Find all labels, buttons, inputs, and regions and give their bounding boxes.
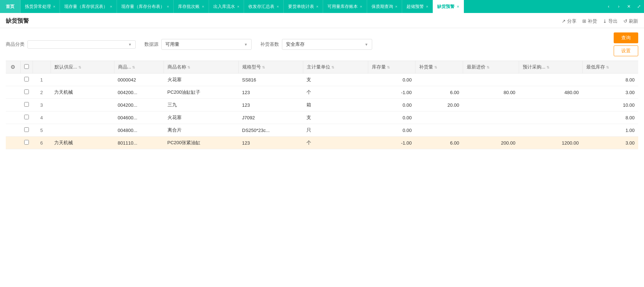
row-seq-2: 3 bbox=[32, 99, 51, 111]
row-cb-4[interactable] bbox=[24, 127, 29, 132]
maximize-btn[interactable]: ⤢ bbox=[634, 0, 644, 13]
replenish-base-value: 安全库存 bbox=[286, 41, 305, 48]
tab-available-ledger[interactable]: 可用量库存账本 × bbox=[323, 0, 367, 13]
row-cb-2[interactable] bbox=[24, 102, 29, 107]
th-spec: 规格型号 ⇅ bbox=[239, 61, 303, 74]
row-stock-4: 0.00 bbox=[368, 124, 415, 137]
refresh-button[interactable]: ↺ 刷新 bbox=[623, 18, 638, 25]
query-button[interactable]: 查询 bbox=[614, 32, 638, 43]
row-est-purchase-3 bbox=[519, 111, 583, 124]
tab-picking-exception[interactable]: 拣货异常处理 × bbox=[21, 0, 60, 13]
table-row: 6 力天机械 801110... PC200张紧油缸 123 个 -1.00 6… bbox=[6, 137, 638, 149]
spec-sort-icon: ⇅ bbox=[262, 65, 265, 69]
row-settings-5 bbox=[6, 137, 20, 149]
table-header-row: ⚙ 默认供应... ⇅ 商品... bbox=[6, 61, 638, 74]
close-tab-4[interactable]: × bbox=[202, 4, 204, 9]
tab-expiry-query[interactable]: 保质期查询 × bbox=[367, 0, 402, 13]
row-min-stock-5: 3.00 bbox=[582, 137, 638, 149]
close-all-tabs[interactable]: ✕ bbox=[624, 0, 634, 13]
close-tab-7[interactable]: × bbox=[316, 4, 318, 9]
close-tab-6[interactable]: × bbox=[277, 4, 279, 9]
tab-inout-flow[interactable]: 出入库流水 × bbox=[209, 0, 244, 13]
datasource-label: 数据源 bbox=[144, 41, 158, 48]
row-supplier-4 bbox=[51, 124, 114, 137]
row-spec-1: 123 bbox=[239, 86, 303, 99]
row-checkbox-5 bbox=[20, 137, 32, 149]
close-tab-3[interactable]: × bbox=[167, 4, 169, 9]
th-stock: 库存量 ⇅ bbox=[368, 61, 415, 74]
row-cb-1[interactable] bbox=[24, 89, 29, 94]
header-actions: ↗ 分享 ⊞ 补货 ⤓ 导出 ↺ 刷新 bbox=[562, 18, 638, 25]
nav-prev-arrow[interactable]: ‹ bbox=[604, 0, 614, 13]
th-code: 商品... ⇅ bbox=[114, 61, 164, 74]
row-supplier-5: 力天机械 bbox=[51, 137, 114, 149]
unit-sort-icon: ⇅ bbox=[331, 65, 334, 69]
row-cb-0[interactable] bbox=[24, 77, 29, 81]
row-name-1: PC200油缸缸子 bbox=[164, 86, 239, 99]
category-arrow-icon: ▼ bbox=[128, 43, 132, 47]
row-code-5: 801110... bbox=[114, 137, 164, 149]
column-settings-icon[interactable]: ⚙ bbox=[10, 64, 15, 70]
tab-batch-account[interactable]: 库存批次账 × bbox=[174, 0, 209, 13]
row-settings-3 bbox=[6, 111, 20, 124]
tab-inventory-status[interactable]: 现存量（库存状况表） × bbox=[60, 0, 117, 13]
shortage-table: ⚙ 默认供应... ⇅ 商品... bbox=[6, 61, 638, 149]
category-label: 商品分类 bbox=[6, 41, 25, 48]
nav-next-arrow[interactable]: › bbox=[614, 0, 624, 13]
datasource-value: 可用量 bbox=[165, 41, 179, 48]
export-button[interactable]: ⤓ 导出 bbox=[603, 18, 618, 25]
row-latest-price-2 bbox=[463, 99, 519, 111]
nav-arrows-container: ‹ › ✕ ⤢ bbox=[604, 0, 644, 13]
category-filter-group: 商品分类 ▼ bbox=[6, 40, 136, 49]
replenish-icon: ⊞ bbox=[582, 18, 586, 24]
tab-overstock-warning[interactable]: 超储预警 × bbox=[402, 0, 433, 13]
row-code-3: 004600... bbox=[114, 111, 164, 124]
settings-button[interactable]: 设置 bbox=[614, 45, 638, 56]
row-name-4: 离合片 bbox=[164, 124, 239, 137]
row-code-4: 004800... bbox=[114, 124, 164, 137]
row-seq-3: 4 bbox=[32, 111, 51, 124]
close-tab-1[interactable]: × bbox=[53, 4, 55, 9]
th-seq bbox=[32, 61, 51, 74]
row-settings-1 bbox=[6, 86, 20, 99]
row-checkbox-2 bbox=[20, 99, 32, 111]
row-checkbox-4 bbox=[20, 124, 32, 137]
row-checkbox-0 bbox=[20, 74, 32, 86]
replenish-button[interactable]: ⊞ 补货 bbox=[582, 18, 597, 25]
share-button[interactable]: ↗ 分享 bbox=[562, 18, 576, 25]
row-cb-3[interactable] bbox=[24, 115, 29, 119]
row-replenish-2: 20.00 bbox=[415, 99, 463, 111]
close-tab-9[interactable]: × bbox=[395, 4, 397, 9]
est-purchase-sort-icon: ⇅ bbox=[547, 65, 549, 69]
table-row: 2 力天机械 004200... PC200油缸缸子 123 个 -1.00 6… bbox=[6, 86, 638, 99]
select-all-checkbox[interactable] bbox=[24, 64, 29, 69]
category-select[interactable]: ▼ bbox=[27, 40, 136, 49]
page-header: 缺货预警 ↗ 分享 ⊞ 补货 ⤓ 导出 ↺ 刷新 bbox=[0, 13, 644, 28]
row-checkbox-1 bbox=[20, 86, 32, 99]
row-supplier-3 bbox=[51, 111, 114, 124]
row-est-purchase-5: 1200.00 bbox=[519, 137, 583, 149]
close-tab-5[interactable]: × bbox=[237, 4, 239, 9]
row-est-purchase-2 bbox=[519, 99, 583, 111]
tab-receipt-summary[interactable]: 收发存汇总表 × bbox=[244, 0, 283, 13]
tab-home[interactable]: 首页 bbox=[0, 0, 21, 13]
table-row: 5 004800... 离合片 DS250*23c... 只 0.00 1.00 bbox=[6, 124, 638, 137]
replenish-base-select[interactable]: 安全库存 ▼ bbox=[282, 39, 372, 50]
tab-order-stats[interactable]: 要货单统计表 × bbox=[284, 0, 323, 13]
row-cb-5[interactable] bbox=[24, 140, 29, 145]
row-est-purchase-0 bbox=[519, 74, 583, 86]
datasource-select[interactable]: 可用量 ▼ bbox=[161, 39, 252, 50]
close-tab-11[interactable]: × bbox=[457, 4, 459, 9]
latest-price-sort-icon: ⇅ bbox=[487, 65, 489, 69]
th-name: 商品名称 ⇅ bbox=[164, 61, 239, 74]
row-stock-5: -1.00 bbox=[368, 137, 415, 149]
row-spec-0: SS816 bbox=[239, 74, 303, 86]
close-tab-2[interactable]: × bbox=[110, 4, 112, 9]
th-settings: ⚙ bbox=[6, 61, 20, 74]
row-replenish-0 bbox=[415, 74, 463, 86]
tab-shortage-warning[interactable]: 缺货预警 × bbox=[433, 0, 464, 13]
row-unit-1: 个 bbox=[303, 86, 368, 99]
close-tab-8[interactable]: × bbox=[360, 4, 362, 9]
tab-inventory-dist[interactable]: 现存量（库存分布表） × bbox=[117, 0, 174, 13]
close-tab-10[interactable]: × bbox=[426, 4, 428, 9]
